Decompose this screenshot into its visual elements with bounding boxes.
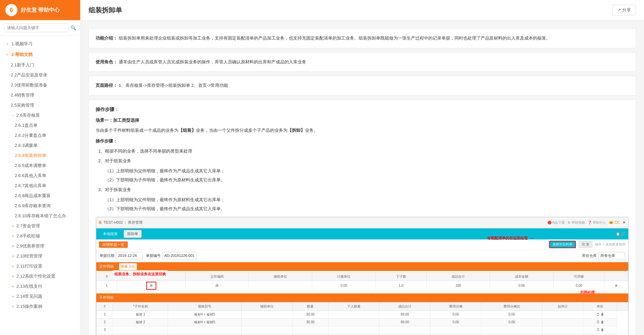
th-ops [604, 273, 628, 281]
td-name: 床 [117, 281, 185, 291]
sim-child-header-label: 子件明细 [99, 294, 114, 301]
screenshot: 6 TEST-H002 | 库存管理 🔴 App下载 ⚙ 帮助视频 ❓ 帮助中心… [96, 217, 629, 335]
sidebar-item-assembly[interactable]: 2.6.4组装拆卸单 [0, 151, 80, 161]
page-title: 组装拆卸单 [89, 6, 122, 15]
table-row: 2 板材 2 板材4 + 板材5 30.00 89.00 0.00 0.00 [97, 319, 628, 326]
sidebar-item-online-pay[interactable]: ＋2.13在线支付 [0, 281, 80, 291]
screenshot-container: 6 TEST-H002 | 库存管理 🔴 App下载 ⚙ 帮助视频 ❓ 帮助中心… [96, 217, 629, 335]
path-card: 页面路径： 1、库存核算->库存管理->组装拆卸单 2、首页->常用功能 [89, 76, 636, 96]
path-label: 页面路径： [96, 83, 117, 88]
sim-user: 🐱 CC [609, 219, 620, 226]
th-unit: 计量单位 [312, 273, 376, 281]
th-child-count: 下子数 [376, 273, 427, 281]
sidebar-item-faq[interactable]: ＋2.14常见问题 [0, 291, 80, 301]
main-content: 组装拆卸单 ↗ 分享 功能介绍： 组装拆卸单用来处理企业组装或拆卸等加工业务，支… [80, 0, 644, 335]
bth-ops [617, 302, 628, 311]
td-product-total-val: 100 [427, 281, 490, 291]
sidebar-item-prepare[interactable]: 2.3使用前数据准备 [0, 80, 80, 90]
search-input[interactable] [4, 23, 68, 32]
sim-save-btn[interactable]: 完 发 [579, 241, 592, 248]
sim-tab-active[interactable]: 本地组装 [100, 230, 121, 238]
intro-card: 功能介绍： 组装拆卸单用来处理企业组装或拆卸等加工业务，支持有固定装配清单的产品… [89, 29, 636, 48]
share-button[interactable]: ↗ 分享 [612, 5, 636, 15]
sim-select-btn[interactable]: 选择对应料单 [549, 241, 576, 248]
role-label: 使用角色： [96, 59, 117, 64]
sidebar-item-product-cost[interactable]: 2.6.8商品成本重算 [0, 191, 80, 201]
nav-list: ＋ 1.视频学习 － 2.帮助文档 2.1新手入门 2.2产品安装及登录 2.3… [0, 36, 80, 335]
sidebar-item-print[interactable]: ＋2.11打印设置 [0, 261, 80, 271]
bth-price: 单价 [583, 302, 617, 311]
sidebar-item-stock-check[interactable]: 2.6.9库存账本查询 [0, 201, 80, 211]
arrow-icon: → [529, 233, 534, 243]
sidebar-item-new[interactable]: 2.1新手入门 [0, 60, 80, 70]
sidebar-item-docs[interactable]: － 2.帮助文档 [0, 49, 80, 60]
scene1-title: 场景一：加工类型选择 [96, 118, 139, 123]
path-text: 1、库存核算->库存管理->组装拆卸单 2、首页->常用功能 [119, 83, 228, 88]
sidebar-item-system[interactable]: ＋2.12系统个性化设置 [0, 271, 80, 281]
table-row: 4 🗒 🗑 [97, 334, 628, 335]
sim-warehouse-field: 所在仓库 所有仓库 [582, 252, 625, 260]
search-box: 🔍 [0, 20, 80, 36]
sim-date-label: 单据日期 [100, 253, 114, 259]
sim-top-table: # *父件名称 父件编码 辅助单位 计量单位 下子数 成品合计 成本金额 可用量 [96, 272, 628, 291]
sim-section-container: 父件明细 数量 1/总 组装业务、拆卸业务在这里切换 [96, 262, 628, 271]
sim-top-table-container: # *父件名称 父件编码 辅助单位 计量单位 下子数 成品合计 成本金额 可用量 [96, 271, 628, 292]
sidebar-item-sales[interactable]: 2.4销售管理 [0, 90, 80, 100]
td-child-count-val: 1.0 [376, 281, 427, 291]
sim-child-header: 子件明细 [96, 293, 628, 302]
bth-cost-alloc: 费用分摊 [430, 302, 481, 311]
sidebar: 6 好生意 帮助中心 🔍 ＋ 1.视频学习 － 2.帮助文档 2.1新手入门 2… [0, 0, 80, 335]
role-text: 通常由生产人员或库管人员完成拆装业务的操作，库管人员确认原材料的出库和产成品的入… [119, 59, 306, 64]
sim-logo: 6 [99, 218, 102, 227]
sim-date-val: 2019-12-26 [116, 252, 143, 260]
intro-text: 组装拆卸单用来处理企业组装或拆卸等加工业务，支持有固定装配清单的产品加工业务，也… [119, 36, 550, 41]
sidebar-item-video[interactable]: ＋ 1.视频学习 [0, 39, 80, 49]
steps-card: 操作步骤： 场景一：加工类型选择 当由多个子件材料组装成一个成品的业务为【组装】… [89, 100, 636, 335]
plus-icon: ＋ [5, 41, 9, 47]
sidebar-item-install[interactable]: 2.2产品安装及登录 [0, 70, 80, 80]
annotation1-text: 有装配清单的在这里处理 [487, 235, 528, 242]
bth-no: # [97, 302, 113, 311]
sidebar-item-operations[interactable]: ＋2.10经营管理 [0, 251, 80, 261]
td-ops-val: ⊕ [604, 281, 628, 291]
td-cost-val: 0.00 [490, 281, 553, 291]
sim-no-field: 单据编号 AD-20191226-001 [146, 252, 197, 260]
step2-sub1: （1）上部明细为父件明细，最终作为产成品生成其它入库单； [105, 167, 629, 175]
sidebar-item-partial[interactable]: 2.6.2分量盘点单 [0, 130, 80, 141]
step2: 2、对于组装业务 [98, 157, 629, 165]
annotation1-container: 有装配清单的在这里处理 → [487, 233, 534, 243]
sim-warehouse-label: 所在仓库 [582, 253, 597, 259]
sim-icons: 📋 🔗 [616, 231, 625, 237]
sim-topbar-nav: 库存管理 [128, 219, 143, 226]
sidebar-item-account-error[interactable]: 2.6.10库存账本错了怎么办 [0, 211, 80, 221]
sidebar-item-mobile[interactable]: ＋2.8手机旺铺 [0, 231, 80, 241]
sidebar-item-other-in[interactable]: 2.6.6其他入库单 [0, 171, 80, 181]
th-available: 可用量 [553, 273, 604, 281]
sim-new-btn[interactable]: 新增单据一览 [99, 241, 128, 248]
sidebar-item-cost[interactable]: 2.6.5成本调整单 [0, 161, 80, 171]
sim-bottom-table: # *子件名称 规格型号 辅助单位 数量 下入数量 成品合计 费用分摊 费用分摊… [96, 302, 628, 335]
bth-cost-ratio: 费用分摊比 [481, 302, 542, 311]
sidebar-item-cases[interactable]: ＋2.15操作案例 [0, 301, 80, 312]
step3-sub1: （1）上部明细为父件明细，最终作为原材料生成其它出库单； [105, 196, 629, 204]
sidebar-item-purchase[interactable]: 2.5采购管理 [0, 100, 80, 110]
sidebar-item-other-out[interactable]: 2.6.7其他出库单 [0, 181, 80, 191]
app-title: 好生意 帮助中心 [21, 7, 60, 14]
intro-label: 功能介绍： [96, 36, 117, 41]
sim-header-bar: 本地组装 拆卸单 📋 🔗 [96, 228, 628, 240]
sim-topbar-id: TEST-H002 [104, 219, 123, 226]
th-parent-code: 父件编码 [185, 273, 249, 281]
sidebar-item-transfer[interactable]: 2.6.3调拨单 [0, 141, 80, 151]
steps-list: 1、根据不同的业务，选择不同单据的类型来处理 2、对于组装业务 （1）上部明细为… [98, 147, 629, 213]
sidebar-item-stocktake[interactable]: 2.6.1盘点单 [0, 120, 80, 130]
bth-product-total: 成品合计 [379, 302, 430, 311]
minus-icon: － [5, 52, 9, 58]
sidebar-item-coupon[interactable]: ＋2.9优惠券管理 [0, 241, 80, 251]
search-icon[interactable]: 🔍 [70, 25, 76, 31]
sim-tab2[interactable]: 拆卸单 [124, 230, 142, 238]
sidebar-item-fund[interactable]: ＋2.7资金管理 [0, 221, 80, 231]
sidebar-item-inventory[interactable]: － 2.6库存核算 [0, 110, 80, 120]
bth-qty: 数量 [292, 302, 328, 311]
sim-no-label: 单据编号 [146, 253, 161, 259]
sim-form-area: 单据日期 2019-12-26 单据编号 AD-20191226-001 所在仓… [96, 250, 628, 262]
